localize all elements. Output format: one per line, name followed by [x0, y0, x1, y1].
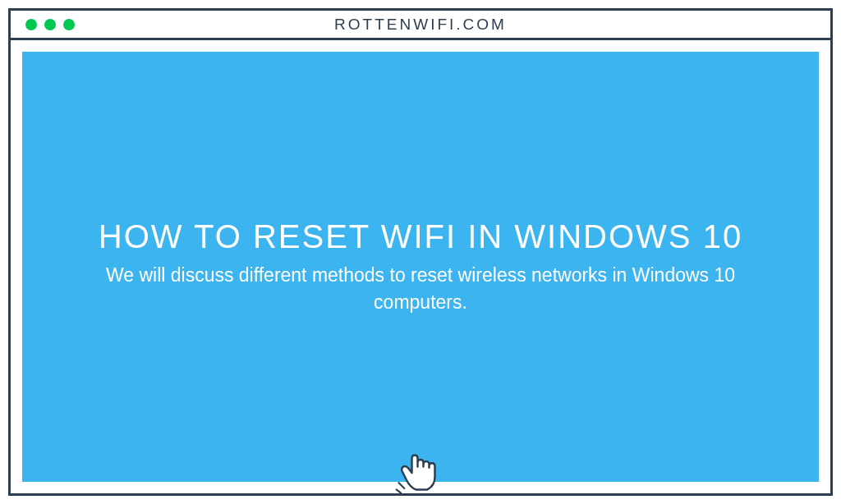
browser-window: ROTTENWIFI.COM HOW TO RESET WIFI IN WIND…	[8, 8, 833, 496]
title-bar: ROTTENWIFI.COM	[11, 11, 830, 40]
svg-line-1	[397, 489, 402, 493]
page-subheading: We will discuss different methods to res…	[71, 262, 770, 314]
page-heading: HOW TO RESET WIFI IN WINDOWS 10	[99, 218, 742, 255]
traffic-light-3[interactable]	[63, 19, 75, 30]
traffic-lights	[11, 19, 75, 30]
content-area: HOW TO RESET WIFI IN WINDOWS 10 We will …	[11, 40, 830, 493]
traffic-light-2[interactable]	[44, 19, 56, 30]
svg-line-0	[398, 483, 404, 488]
blue-panel: HOW TO RESET WIFI IN WINDOWS 10 We will …	[22, 52, 819, 482]
cursor-hand-icon	[392, 442, 449, 500]
traffic-light-1[interactable]	[25, 19, 37, 30]
url-text: ROTTENWIFI.COM	[334, 16, 507, 34]
